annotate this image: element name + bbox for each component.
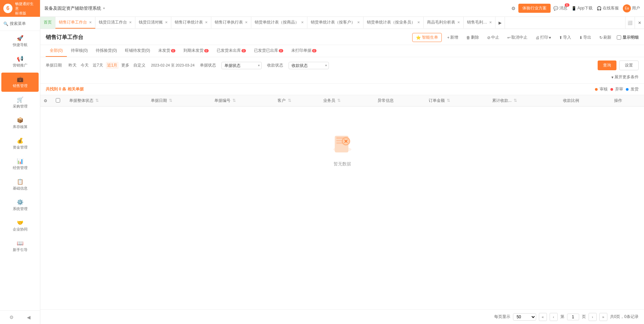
tab-close-all-button[interactable]: ✕ bbox=[635, 17, 644, 29]
tab-cash-reconcile[interactable]: 钱货日清对账 ✕ bbox=[135, 17, 171, 29]
sub-tab-shipped-out[interactable]: 已发货已出库0 bbox=[250, 45, 287, 57]
sub-tab-wangpu[interactable]: 旺铺待发货(0) bbox=[121, 45, 154, 57]
sidebar-item-basic[interactable]: 📋 基础信息 bbox=[1, 175, 39, 194]
sidebar-item-sales[interactable]: 💼 销售管理 bbox=[1, 73, 39, 92]
sidebar-item-quick-nav[interactable]: 🚀 快捷导航 bbox=[1, 32, 39, 51]
experience-button[interactable]: 体验行业方案 bbox=[518, 4, 551, 13]
filter-opt-yesterday[interactable]: 昨天 bbox=[67, 62, 78, 69]
filter-opt-today[interactable]: 今天 bbox=[79, 62, 90, 69]
collapse-button[interactable]: ◀ bbox=[26, 313, 32, 321]
tab-goods-stats[interactable]: 销货单统计表（按商品） ✕ bbox=[251, 17, 307, 29]
tab-profit-analysis[interactable]: 商品毛利分析表 ✕ bbox=[424, 17, 464, 29]
tab-sales-exec[interactable]: 销售订单执行表 ✕ bbox=[211, 17, 251, 29]
filter-opt-more[interactable]: 更多 bbox=[120, 62, 131, 69]
delete-button[interactable]: 🗑 删除 bbox=[464, 33, 482, 42]
sidebar-item-system[interactable]: ⚙️ 系统管理 bbox=[1, 196, 39, 215]
col-settings[interactable]: ⚙ bbox=[40, 95, 52, 107]
tab-home[interactable]: 首页 bbox=[40, 17, 55, 29]
print-button[interactable]: 🖨 打印 ▾ bbox=[533, 33, 554, 42]
filter-opt-7days[interactable]: 近7天 bbox=[91, 62, 104, 69]
col-checkbox[interactable] bbox=[52, 95, 66, 107]
refresh-button[interactable]: ↻ 刷新 bbox=[597, 33, 614, 42]
payment-select[interactable]: 收款状态 bbox=[289, 62, 329, 69]
sub-tab-pending-pick[interactable]: 待拣验货(0) bbox=[92, 45, 121, 57]
tab-close-icon[interactable]: ✕ bbox=[89, 21, 92, 24]
show-detail-checkbox[interactable] bbox=[617, 35, 621, 40]
col-date[interactable]: 单据日期 ⇅ bbox=[147, 95, 211, 107]
tab-close-icon[interactable]: ✕ bbox=[301, 21, 304, 24]
import-button[interactable]: ⬆ 导入 bbox=[556, 33, 574, 42]
sub-tab-not-shipped[interactable]: 未发货0 bbox=[154, 45, 179, 57]
last-page-button[interactable]: » bbox=[599, 313, 607, 321]
tab-sales-stats[interactable]: 销售订单统计表 ✕ bbox=[171, 17, 211, 29]
sidebar-item-enterprise[interactable]: 🤝 企业协同 bbox=[1, 216, 39, 235]
new-button[interactable]: + 新增 bbox=[444, 33, 461, 42]
tab-staff-stats[interactable]: 销货单统计表（按业务员） ✕ bbox=[363, 17, 424, 29]
sub-tab-overdue[interactable]: 到期未发货0 bbox=[179, 45, 213, 57]
sidebar-item-operations[interactable]: 📊 经营管理 bbox=[1, 155, 39, 174]
tab-close-icon[interactable]: ✕ bbox=[205, 21, 208, 24]
settings-button[interactable]: ⚙ bbox=[8, 313, 15, 321]
ship-dot bbox=[626, 88, 629, 91]
sidebar-item-purchase[interactable]: 🛒 采购管理 bbox=[1, 93, 39, 112]
next-page-button[interactable]: › bbox=[589, 313, 597, 321]
prev-page-button[interactable]: ‹ bbox=[550, 313, 558, 321]
cancel-stop-button[interactable]: ↩ 取消中止 bbox=[505, 33, 530, 42]
sidebar-item-guide[interactable]: 📖 新手引导 bbox=[1, 237, 39, 256]
show-detail-checkbox-wrap[interactable]: 显示明细 bbox=[617, 35, 639, 40]
col-number[interactable]: 单据编号 ⇅ bbox=[211, 95, 274, 107]
col-collected[interactable]: 累计收款... ⇅ bbox=[489, 95, 560, 107]
sidebar-item-marketing[interactable]: 📢 营销推广 bbox=[1, 52, 39, 71]
sidebar-item-finance[interactable]: 💰 资金管理 bbox=[1, 134, 39, 153]
query-button[interactable]: 查询 bbox=[598, 60, 616, 70]
status-select[interactable]: 单据状态 bbox=[221, 62, 262, 69]
page-size-select[interactable]: 50 20 100 bbox=[513, 313, 536, 321]
stop-button[interactable]: ⊘ 中止 bbox=[484, 33, 502, 42]
tab-close-icon[interactable]: ✕ bbox=[457, 21, 460, 24]
sub-tab-shipped-not-out[interactable]: 已发货未出库0 bbox=[213, 45, 250, 57]
tab-more-button[interactable]: ▶ bbox=[496, 17, 505, 29]
tab-close-icon[interactable]: ✕ bbox=[245, 21, 248, 24]
filter-opt-month[interactable]: 近1月 bbox=[106, 62, 119, 69]
audit-button[interactable]: 审核 bbox=[595, 86, 608, 92]
tab-close-icon[interactable]: ✕ bbox=[165, 21, 168, 24]
table-wrap[interactable]: ⚙ 单据整体状态 ⇅ 单据日期 ⇅ 单据编号 ⇅ 客户 ⇅ 业务员 ⇅ 异常信息… bbox=[40, 95, 644, 305]
sub-tab-all[interactable]: 全部(0) bbox=[46, 45, 67, 57]
select-all-checkbox[interactable] bbox=[56, 98, 60, 103]
first-page-button[interactable]: « bbox=[539, 313, 547, 321]
sidebar-item-inventory[interactable]: 📦 库存核算 bbox=[1, 114, 39, 133]
tab-cash-daily[interactable]: 钱货日清工作台 ✕ bbox=[95, 17, 135, 29]
message-button[interactable]: 💬 消息 6 bbox=[553, 5, 567, 11]
sub-tab-not-printed[interactable]: 未打印单据0 bbox=[287, 45, 320, 57]
expand-filter-button[interactable]: ▾ 展开更多条件 bbox=[611, 74, 639, 80]
cancel-audit-button[interactable]: 弃审 bbox=[610, 86, 623, 92]
sort-icon: ⇅ bbox=[447, 98, 450, 103]
col-customer[interactable]: 客户 ⇅ bbox=[274, 95, 319, 107]
tab-restore-button[interactable]: ⬜ bbox=[625, 17, 635, 29]
sidebar: 6 畅捷通好生意 标准版 🔍 搜索菜单 🚀 快捷导航 📢 营销推广 💼 销售管理… bbox=[0, 0, 40, 324]
tab-close-icon[interactable]: ✕ bbox=[489, 21, 492, 24]
filter-setting-button[interactable]: 设置 bbox=[619, 60, 639, 70]
online-service-button[interactable]: 🎧 在线客服 bbox=[597, 5, 619, 11]
col-staff[interactable]: 业务员 ⇅ bbox=[320, 95, 374, 107]
col-amount[interactable]: 订单金额 ⇅ bbox=[425, 95, 489, 107]
ship-button[interactable]: 发货 bbox=[626, 86, 639, 92]
tab-close-icon[interactable]: ✕ bbox=[357, 21, 360, 24]
tab-customer-stats[interactable]: 销货单统计表（按客户） ✕ bbox=[307, 17, 363, 29]
col-status[interactable]: 单据整体状态 ⇅ bbox=[66, 95, 147, 107]
user-menu-button[interactable]: Ea 用户 bbox=[623, 4, 640, 12]
tab-sales-workbench[interactable]: 销售订单工作台 ✕ bbox=[55, 17, 95, 29]
app-download-button[interactable]: 📱 App下载 bbox=[571, 5, 593, 11]
filter-opt-custom[interactable]: 自定义 bbox=[132, 62, 147, 69]
smart-create-button[interactable]: ⭐ 智能生单 bbox=[412, 33, 442, 42]
tab-close-icon[interactable]: ✕ bbox=[129, 21, 132, 24]
content-inner: 销售订单工作台 ⭐ 智能生单 + 新增 🗑 删除 ⊘ bbox=[40, 29, 644, 324]
settings-icon[interactable]: ⚙ bbox=[511, 6, 516, 11]
export-button[interactable]: ⬇ 导出 bbox=[576, 33, 594, 42]
tab-close-icon[interactable]: ✕ bbox=[417, 21, 420, 24]
search-menu-button[interactable]: 🔍 搜索菜单 bbox=[2, 19, 38, 28]
page-input[interactable] bbox=[567, 314, 579, 320]
tab-sales-profit[interactable]: 销售毛利… ✕ bbox=[464, 17, 496, 29]
sub-tab-pending-review[interactable]: 待审核(0) bbox=[67, 45, 92, 57]
horizontal-scroll[interactable] bbox=[40, 305, 644, 309]
